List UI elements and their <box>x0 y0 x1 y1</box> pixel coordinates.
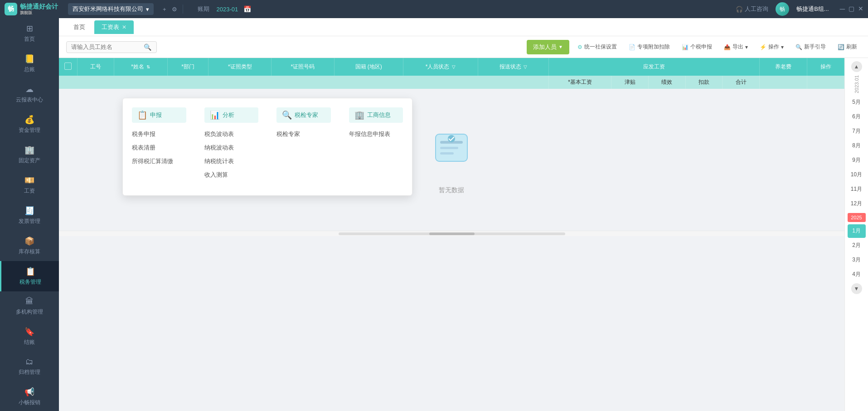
cal-month-2023-8[interactable]: 8月 <box>848 139 866 153</box>
window-close-button[interactable]: ✕ <box>858 5 863 13</box>
social-insurance-button[interactable]: ⚙ 统一社保设置 <box>574 41 621 53</box>
table-header-row: 工号 *姓名 ⇅ *部门 *证照类型 *证照号码 国籍 (地区) *人员状态 <box>59 58 844 76</box>
sidebar-item-archive[interactable]: 🗂 归档管理 <box>0 352 59 382</box>
add-person-arrow-icon: ▼ <box>558 44 563 49</box>
tax-icon: 📋 <box>25 266 35 276</box>
horizontal-scrollbar[interactable] <box>59 231 844 236</box>
sidebar-item-invoice[interactable]: 🧾 发票管理 <box>0 200 59 231</box>
expert-header-icon: 🔍 <box>282 110 292 120</box>
assets-icon: 🏢 <box>24 145 34 155</box>
calendar-nav-up[interactable]: ▲ <box>851 61 862 72</box>
dropdown-col-analysis: 📊 分析 税负波动表 纳税波动表 纳税统计表 收入测算 <box>195 103 268 186</box>
cal-month-2023-11[interactable]: 11月 <box>848 183 866 196</box>
cal-month-2023-9[interactable]: 9月 <box>848 154 866 167</box>
sidebar-item-ledger[interactable]: 📒 总账 <box>0 48 59 79</box>
analysis-header-label: 分析 <box>223 111 234 119</box>
fund-icon: 💰 <box>24 115 34 125</box>
th-report-status: 报送状态 ▽ <box>478 58 548 76</box>
th-total: 合计 <box>723 76 760 89</box>
multi-icon: 🏛 <box>25 297 34 306</box>
cal-month-2023-5[interactable]: 5月 <box>848 96 866 109</box>
dropdown-item-tax-burden[interactable]: 税负波动表 <box>204 127 259 141</box>
tab-close-icon[interactable]: ✕ <box>122 24 126 30</box>
company-name: 西安虾米网络科技有限公司 <box>73 5 143 13</box>
dropdown-item-income-tax[interactable]: 所得税汇算清缴 <box>132 155 186 168</box>
dropdown-item-tax-report[interactable]: 税务申报 <box>132 127 186 141</box>
period-value[interactable]: 2023-01 <box>217 6 238 13</box>
tab-home[interactable]: 首页 <box>66 20 92 34</box>
th-name-label: *姓名 <box>131 63 144 70</box>
select-all-checkbox[interactable] <box>64 63 72 70</box>
individual-tax-button[interactable]: 📊 个税申报 <box>678 41 716 53</box>
operations-button[interactable]: ⚡ 操作 ▾ <box>756 41 787 53</box>
dropdown-item-income-estimate[interactable]: 收入测算 <box>204 168 259 182</box>
right-calendar-panel: ▲ 2023.01 5月 6月 7月 8月 9月 10月 11月 12月 202… <box>844 58 868 411</box>
cal-month-2024-2[interactable]: 2月 <box>848 239 866 252</box>
cal-month-2024-4[interactable]: 4月 <box>848 268 866 281</box>
user-avatar[interactable]: 畅 <box>776 2 789 16</box>
sidebar-item-fund[interactable]: 💰 资金管理 <box>0 109 59 140</box>
app-version: 旗舰版 <box>20 10 58 15</box>
sidebar-item-assets[interactable]: 🏢 固定资产 <box>0 140 59 170</box>
cal-year-2023: 2023.01 <box>854 75 859 93</box>
th-empty-cols <box>59 76 548 89</box>
user-name[interactable]: 畅捷通B组... <box>796 5 829 13</box>
th-checkbox <box>59 58 77 76</box>
sidebar-item-promo[interactable]: 📢 小畅报销 <box>0 382 59 411</box>
scrollbar-thumb[interactable] <box>429 232 475 235</box>
empty-state-text: 暂无数据 <box>439 186 464 194</box>
settings-button[interactable]: ⚙ <box>172 6 177 13</box>
cloud-icon: ☁ <box>25 84 34 94</box>
dropdown-item-tax-payment-wave[interactable]: 纳税波动表 <box>204 141 259 155</box>
sidebar-label-salary: 工资 <box>24 187 35 195</box>
app-logo-icon: 畅 <box>5 3 17 15</box>
dropdown-item-tax-stats[interactable]: 纳税统计表 <box>204 155 259 168</box>
archive-icon: 🗂 <box>25 357 34 367</box>
ledger-icon: 📒 <box>24 54 34 64</box>
sidebar-item-cloud[interactable]: ☁ 云报表中心 <box>0 79 59 109</box>
app-logo-text: 畅捷通好会计 旗舰版 <box>20 3 58 15</box>
dropdown-item-annual-report[interactable]: 年报信息申报表 <box>349 127 403 141</box>
search-input[interactable] <box>71 44 144 50</box>
cal-month-2023-7[interactable]: 7月 <box>848 125 866 138</box>
export-button[interactable]: 📤 导出 ▾ <box>720 41 752 53</box>
cal-month-2023-12[interactable]: 12月 <box>848 197 866 211</box>
scrollbar-track <box>339 232 565 235</box>
sidebar-item-inventory[interactable]: 📦 库存核算 <box>0 231 59 261</box>
sidebar-item-multi[interactable]: 🏛 多机构管理 <box>0 291 59 321</box>
cal-month-2024-1[interactable]: 1月 <box>848 224 866 238</box>
company-selector[interactable]: 西安虾米网络科技有限公司 ▾ <box>68 3 154 15</box>
tab-bar: 首页 工资表 ✕ <box>59 18 868 36</box>
window-maximize-button[interactable]: ▢ <box>849 5 854 13</box>
filter-person-status-icon[interactable]: ▽ <box>452 64 456 69</box>
cal-month-2024-3[interactable]: 3月 <box>848 253 866 267</box>
cal-month-2023-6[interactable]: 6月 <box>848 110 866 124</box>
th-report-status-label: 报送状态 <box>499 63 521 70</box>
gear-icon: ⚙ <box>172 6 177 13</box>
add-company-button[interactable]: + <box>163 6 166 13</box>
sidebar-item-settlement[interactable]: 🔖 结账 <box>0 321 59 352</box>
window-minimize-button[interactable]: ─ <box>840 5 845 13</box>
table-subheader-row: *基本工资 津贴 绩效 扣款 合计 <box>59 76 844 89</box>
filter-report-status-icon[interactable]: ▽ <box>524 64 527 69</box>
calendar-nav-down[interactable]: ▼ <box>851 283 862 294</box>
sidebar-item-tax[interactable]: 📋 税务管理 <box>0 261 59 291</box>
calendar-icon[interactable]: 📅 <box>243 5 251 13</box>
dropdown-item-tax-expert[interactable]: 税检专家 <box>276 127 331 141</box>
special-deduction-button[interactable]: 📄 专项附加扣除 <box>625 41 674 53</box>
business-header-icon: 🏢 <box>354 110 364 120</box>
service-button[interactable]: 🎧 人工咨询 <box>736 5 768 13</box>
search-input-wrap[interactable]: 🔍 <box>66 41 157 53</box>
sidebar-item-salary[interactable]: 💴 工资 <box>0 170 59 200</box>
th-operations: 操作 <box>807 58 844 76</box>
dropdown-header-analysis: 📊 分析 <box>204 107 259 123</box>
add-person-button[interactable]: 添加人员 ▼ <box>527 40 569 54</box>
sort-name-icon[interactable]: ⇅ <box>146 64 150 69</box>
cal-month-2023-10[interactable]: 10月 <box>848 168 866 182</box>
sidebar-item-home[interactable]: ⊞ 首页 <box>0 18 59 48</box>
dropdown-item-tax-table[interactable]: 税表清册 <box>132 141 186 155</box>
refresh-button[interactable]: 🔄 刷新 <box>834 41 861 53</box>
th-ops-empty <box>807 76 844 89</box>
tab-salary-table[interactable]: 工资表 ✕ <box>94 20 134 34</box>
guide-button[interactable]: 🔍 新手引导 <box>792 41 829 53</box>
